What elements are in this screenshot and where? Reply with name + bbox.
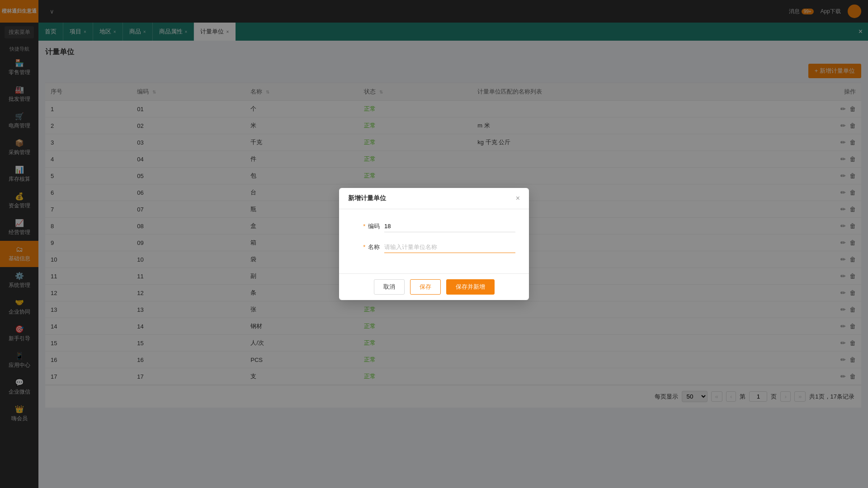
name-label: * 名称 bbox=[353, 243, 380, 251]
modal-close-button[interactable]: × bbox=[516, 194, 520, 202]
cancel-button[interactable]: 取消 bbox=[374, 279, 405, 295]
save-and-new-button[interactable]: 保存并新增 bbox=[446, 279, 495, 295]
name-required-mark: * bbox=[363, 244, 365, 250]
add-unit-modal: 新增计量单位 × * 编码 * 名称 取消 保存 保存并新增 bbox=[339, 188, 529, 300]
save-button[interactable]: 保存 bbox=[410, 279, 441, 295]
form-row-name: * 名称 bbox=[353, 241, 515, 253]
modal-header: 新增计量单位 × bbox=[339, 188, 529, 209]
form-row-code: * 编码 bbox=[353, 221, 515, 232]
code-input[interactable] bbox=[384, 221, 515, 232]
modal-body: * 编码 * 名称 bbox=[339, 209, 529, 273]
name-input[interactable] bbox=[384, 241, 515, 253]
modal-overlay: 新增计量单位 × * 编码 * 名称 取消 保存 保存并新增 bbox=[0, 0, 868, 488]
code-required-mark: * bbox=[363, 223, 365, 230]
modal-title: 新增计量单位 bbox=[348, 194, 386, 202]
modal-footer: 取消 保存 保存并新增 bbox=[339, 273, 529, 300]
code-label: * 编码 bbox=[353, 222, 380, 230]
